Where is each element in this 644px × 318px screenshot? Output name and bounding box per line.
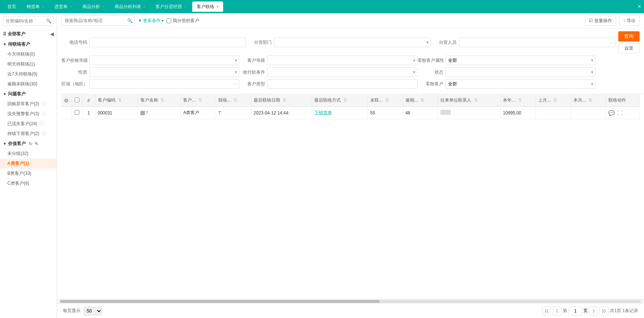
contact-method-link[interactable]: 下销货单 xyxy=(314,110,332,115)
select-all-checkbox[interactable] xyxy=(75,98,79,102)
tab-product-analysis-label: 商品分析 xyxy=(82,4,100,10)
th-last-contact-method-sort-icon[interactable]: ⇅ xyxy=(343,98,347,103)
sidebar-item-declining[interactable]: 持续下滑客户(2) ⓘ xyxy=(0,129,57,139)
tab-product-analysis[interactable]: 商品分析 × xyxy=(78,1,109,12)
all-customers-header[interactable]: ⠿ 全部客户 ◀ xyxy=(0,29,57,39)
first-page-button[interactable]: ⟨⟨ xyxy=(542,307,551,315)
page-number-input[interactable] xyxy=(569,307,582,315)
filter-row-3: 性质 ▾ 收付款条件 ▾ 状态 xyxy=(61,67,640,77)
th-name-sort-icon[interactable]: ⇅ xyxy=(161,98,164,103)
setting-button[interactable]: 设置 xyxy=(618,43,640,53)
payment-select-wrap: ▾ xyxy=(267,67,417,77)
horizontal-scrollbar[interactable] xyxy=(57,299,644,303)
contact-person-placeholder xyxy=(440,110,451,115)
problem-customers-header[interactable]: ▼ 问题客户 xyxy=(0,89,57,99)
edit-icon[interactable]: ✎ xyxy=(35,141,38,146)
filter-search-icon[interactable]: 🔍 xyxy=(127,18,133,23)
th-not-contacted-sort-icon[interactable]: ⇅ xyxy=(385,98,389,103)
th-code-sort-icon[interactable]: ⇅ xyxy=(118,98,122,103)
class-c-label: C类客户(6) xyxy=(7,180,29,187)
tab-product-analysis-close[interactable]: × xyxy=(102,5,104,9)
payment-select[interactable] xyxy=(267,67,417,77)
sidebar-item-class-a[interactable]: A类客户(1) xyxy=(0,159,57,169)
dept-select[interactable] xyxy=(274,38,430,47)
phone-input[interactable] xyxy=(89,38,246,47)
td-contact-person xyxy=(438,107,501,119)
sidebar-search-icon[interactable]: 🔍 xyxy=(46,18,51,24)
th-last-contact-date-sort-icon[interactable]: ⇅ xyxy=(283,98,286,103)
price-level-select[interactable] xyxy=(89,56,239,65)
export-button[interactable]: ↑ 导出 xyxy=(619,15,640,26)
th-contact-times-sort-icon[interactable]: ⇅ xyxy=(233,98,237,103)
query-button[interactable]: 查询 xyxy=(618,31,640,42)
td-contact-action: 💬 ⛶ xyxy=(606,107,640,119)
scatter-customer-select-wrap: 全部 ▾ xyxy=(446,79,595,89)
sidebar-item-tomorrow-pending[interactable]: 明天待联络(1) xyxy=(0,59,57,69)
tab-sales[interactable]: 销货单 × xyxy=(22,1,49,12)
filter-buttons: 查询 设置 xyxy=(615,31,640,53)
filter-search-input[interactable] xyxy=(61,15,135,26)
region-input-wrap[interactable]: ··· xyxy=(89,79,239,89)
message-icon[interactable]: 💬 xyxy=(608,110,615,116)
sidebar-item-unclassified[interactable]: 未分组(32) xyxy=(0,149,57,159)
payment-field: 收付款条件 ▾ xyxy=(239,67,417,77)
td-last-month xyxy=(536,107,571,119)
sidebar-item-repurchase-abnormal[interactable]: 回购异常客户(2) ⓘ xyxy=(0,99,57,109)
th-overdue-sort-icon[interactable]: ⇅ xyxy=(421,98,424,103)
customer-level-select[interactable] xyxy=(267,56,417,65)
tab-purchase-close[interactable]: × xyxy=(70,5,72,9)
th-customer-level-sort-icon[interactable]: ⇅ xyxy=(198,98,202,103)
next-page-button[interactable]: ⟩ xyxy=(589,307,598,315)
scrollbar-thumb[interactable] xyxy=(60,300,380,303)
export-label: 导出 xyxy=(627,18,636,24)
my-customers-label: 我分管的客户 xyxy=(173,18,199,24)
row-checkbox[interactable] xyxy=(75,110,79,115)
page-size-select[interactable]: 50 100 200 xyxy=(83,307,102,315)
pending-contact-header[interactable]: ▼ 待联络客户 xyxy=(0,39,57,49)
last-page-button[interactable]: ⟩⟩ xyxy=(600,307,608,315)
dept-select-wrap: ▾ xyxy=(274,38,430,47)
sidebar-item-churn-warning[interactable]: 流失预警客户(3) ⓘ xyxy=(0,109,57,119)
problem-customers-label: 问题客户 xyxy=(8,91,26,97)
scatter-attr-select[interactable]: 全部 xyxy=(446,56,595,65)
th-this-month-sort-icon[interactable]: ⇅ xyxy=(588,98,592,103)
tab-customer-segment[interactable]: 客户分层经营 × xyxy=(151,1,191,12)
my-customers-checkbox-wrap[interactable]: 我分管的客户 xyxy=(167,18,199,24)
scatter-attr-label: 零散客户属性 xyxy=(418,57,443,64)
th-contact-person-sort-icon[interactable]: ⇅ xyxy=(474,98,478,103)
today-pending-label: 今天待联络(0) xyxy=(7,51,35,57)
customer-type-input[interactable] xyxy=(267,79,417,89)
status-select[interactable] xyxy=(446,67,595,77)
prev-page-button[interactable]: ⟨ xyxy=(552,307,561,315)
tab-customer-contact-close[interactable]: × xyxy=(217,5,219,9)
value-customers-header[interactable]: ▼ 价值客户 ↻ ✎ xyxy=(0,139,57,149)
th-last-month-sort-icon[interactable]: ⇅ xyxy=(553,98,557,103)
th-code: 客户编码 ⇅ xyxy=(95,94,138,107)
td-name-text[interactable]: ? xyxy=(146,110,148,116)
tab-product-analysis-list-close[interactable]: × xyxy=(143,5,146,9)
connect-icon[interactable]: ⛶ xyxy=(618,110,623,116)
tab-home[interactable]: 首页 xyxy=(3,1,21,12)
sidebar-item-overdue-contact[interactable]: 逾期未联络(30) xyxy=(0,79,57,89)
batch-operations-button[interactable]: ☑ 批量操作 xyxy=(585,15,616,26)
more-conditions-button[interactable]: ▼ 更多条件 ▾ xyxy=(138,18,164,24)
customer-level-field: 客户等级 ▾ xyxy=(239,56,417,65)
tab-sales-close[interactable]: × xyxy=(42,5,44,9)
sidebar-item-churned[interactable]: 已流失客户(24) ⓘ xyxy=(0,119,57,129)
tab-product-analysis-list[interactable]: 商品分析列表 × xyxy=(110,1,150,12)
gear-icon[interactable]: ⚙ xyxy=(64,98,69,103)
refresh-icon[interactable]: ↻ xyxy=(29,141,32,146)
grid-icon: ⠿ xyxy=(3,32,6,37)
sidebar-item-today-pending[interactable]: 今天待联络(0) xyxy=(0,49,57,59)
my-customers-checkbox[interactable] xyxy=(167,18,171,23)
tab-purchase[interactable]: 进货单 × xyxy=(50,1,76,12)
nature-select[interactable] xyxy=(89,67,239,77)
tab-customer-segment-close[interactable]: × xyxy=(184,5,186,9)
sidebar-item-class-b[interactable]: B类客户(33) xyxy=(0,169,57,179)
close-all-button[interactable]: × xyxy=(638,3,641,10)
tab-customer-contact[interactable]: 客户联络 × xyxy=(192,1,223,12)
scatter-customer-select[interactable]: 全部 xyxy=(446,79,595,89)
sidebar-item-week-pending[interactable]: 近7天待联络(0) xyxy=(0,69,57,79)
th-this-year-sort-icon[interactable]: ⇅ xyxy=(518,98,522,103)
sidebar-item-class-c[interactable]: C类客户(6) xyxy=(0,179,57,188)
